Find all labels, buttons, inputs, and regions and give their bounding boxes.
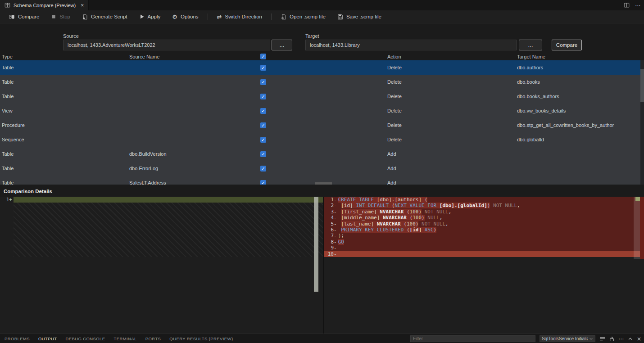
table-row[interactable]: Sequence✓Deletedbo.globalId [0, 132, 640, 147]
schema-diff-grid: TypeSource Name✓ActionTarget Name Table✓… [0, 53, 644, 185]
comparison-details-title: Comparison Details [4, 189, 52, 194]
diff-target-pane[interactable]: 1-CREATE TABLE [dbo].[authors] (2- [id] … [324, 197, 644, 334]
cell-action: Add [387, 180, 517, 185]
diff-line-marker: - [334, 209, 337, 215]
toolbar-button-label: Generate Script [91, 14, 127, 19]
panel-tab-problems[interactable]: PROBLEMS [5, 334, 30, 343]
tab-close-icon[interactable]: × [81, 2, 84, 9]
cell-type: Sequence [0, 137, 129, 142]
comparison-diff-editor: 1+ 1-CREATE TABLE [dbo].[authors] (2- [i… [0, 197, 644, 334]
open-scmp-button[interactable]: Open .scmp file [275, 13, 331, 21]
cell-source-name: SalesLT.Address [129, 180, 258, 185]
column-header-type[interactable]: Type [0, 54, 129, 59]
close-icon[interactable]: × [637, 336, 641, 342]
table-row[interactable]: Table✓Deletedbo.authors [0, 60, 640, 75]
chevron-up-icon[interactable] [628, 337, 633, 341]
code-line: PRIMARY KEY CLUSTERED ([id] ASC) [337, 227, 437, 233]
split-editor-icon[interactable] [624, 2, 630, 8]
column-header-source-name[interactable]: Source Name [129, 54, 258, 59]
cell-action: Delete [387, 79, 517, 85]
diff-line-marker: - [334, 245, 337, 251]
output-filter-input[interactable] [410, 335, 535, 342]
list-icon[interactable] [599, 336, 605, 341]
header-checkbox[interactable]: ✓ [260, 54, 266, 59]
cell-action: Delete [387, 122, 517, 128]
table-row[interactable]: Tabledbo.ErrorLog✓Add [0, 161, 640, 176]
diff-source-pane[interactable]: 1+ [0, 197, 323, 334]
include-checkbox[interactable]: ✓ [260, 79, 266, 85]
switch-icon: ⇄ [217, 14, 222, 20]
column-header-include[interactable]: ✓ [258, 54, 387, 59]
overview-ruler-deleted-mark [640, 197, 644, 259]
code-line: [last_name] NVARCHAR (100) NOT NULL, [337, 221, 449, 227]
panel-tab-query-results-preview-[interactable]: QUERY RESULTS (PREVIEW) [169, 334, 233, 343]
grid-horizontal-scrollbar[interactable] [315, 182, 332, 185]
apply-button[interactable]: Apply [133, 13, 167, 21]
diff-deleted-line: 4- [middle_name] NVARCHAR (100) NULL, [324, 215, 644, 221]
column-header-target-name[interactable]: Target Name [517, 54, 644, 59]
cell-action: Delete [387, 65, 517, 70]
target-browse-button[interactable]: … [519, 40, 542, 50]
output-channel-select[interactable]: SqlToolsService Initializ [540, 335, 595, 342]
panel-tab-ports[interactable]: PORTS [145, 334, 161, 343]
compare-run-button[interactable]: Compare [552, 40, 582, 50]
include-checkbox[interactable]: ✓ [260, 137, 266, 143]
panel-tab-terminal[interactable]: TERMINAL [114, 334, 137, 343]
editor-more-actions-icon[interactable]: ⋯ [635, 2, 640, 9]
compare-button[interactable]: Compare [3, 13, 45, 21]
save-scmp-button[interactable]: Save .scmp file [331, 13, 387, 21]
toolbar-button-label: Save .scmp file [346, 14, 381, 19]
toolbar-button-label: Switch Direction [225, 14, 262, 19]
source-input[interactable] [63, 40, 270, 50]
cell-target-name: dbo.globalId [517, 137, 640, 142]
table-row[interactable]: Table✓Deletedbo.books [0, 75, 640, 89]
diff-deleted-line: 10- [324, 251, 644, 257]
options-button[interactable]: ⚙Options [166, 13, 204, 21]
include-checkbox[interactable]: ✓ [260, 151, 266, 157]
tab-schema-compare[interactable]: Schema Compare (Preview) × [0, 0, 89, 10]
code-line: [middle_name] NVARCHAR (100) NULL, [337, 215, 443, 221]
panel-tab-output[interactable]: OUTPUT [38, 334, 57, 343]
source-browse-button[interactable]: … [272, 40, 292, 50]
cell-action: Add [387, 151, 517, 157]
table-row[interactable]: View✓Deletedbo.vw_books_details [0, 104, 640, 118]
diff-line-marker: - [334, 203, 337, 208]
stop-icon [51, 14, 56, 19]
table-row[interactable]: Table✓Deletedbo.books_authors [0, 89, 640, 104]
generate-script-button[interactable]: Generate Script [76, 13, 133, 21]
diff-deleted-line: 7-); [324, 233, 644, 239]
line-number: 7 [324, 233, 334, 239]
target-input[interactable] [305, 40, 517, 50]
grid-header-row: TypeSource Name✓ActionTarget Name [0, 53, 644, 60]
table-row[interactable]: Procedure✓Deletedbo.stp_get_all_cowritte… [0, 118, 640, 132]
diff-line-marker: - [334, 227, 337, 233]
diff-line-marker: - [334, 233, 337, 239]
include-checkbox[interactable]: ✓ [260, 166, 266, 172]
table-row[interactable]: Tabledbo.BuildVersion✓Add [0, 147, 640, 161]
editor-tab-bar: Schema Compare (Preview) × ⋯ [0, 0, 644, 10]
cell-type: View [0, 108, 129, 113]
code-line: ); [337, 233, 344, 239]
grid-vertical-scrollbar[interactable] [640, 60, 644, 185]
include-checkbox[interactable]: ✓ [260, 180, 266, 185]
column-header-action[interactable]: Action [387, 54, 517, 59]
ellipsis-icon[interactable]: ⋯ [618, 336, 624, 342]
diff-deleted-line: 6- PRIMARY KEY CLUSTERED ([id] ASC) [324, 227, 644, 233]
switch-direction-button[interactable]: ⇄Switch Direction [211, 13, 268, 21]
toolbar-button-label: Stop [59, 14, 70, 19]
toolbar-separator [208, 14, 208, 20]
cell-source-name: dbo.BuildVersion [129, 151, 258, 157]
gear-icon: ⚙ [172, 14, 177, 20]
include-checkbox[interactable]: ✓ [260, 94, 266, 99]
diff-left-scrollbar[interactable] [314, 197, 318, 292]
code-line [337, 245, 338, 251]
panel-tab-debug-console[interactable]: DEBUG CONSOLE [65, 334, 105, 343]
code-line: [id] INT DEFAULT (NEXT VALUE FOR [dbo].[… [337, 203, 520, 208]
cell-target-name: dbo.authors [517, 65, 640, 70]
diff-right-scrollbar[interactable] [634, 197, 640, 259]
include-checkbox[interactable]: ✓ [260, 65, 266, 71]
include-checkbox[interactable]: ✓ [260, 108, 266, 114]
include-checkbox[interactable]: ✓ [260, 122, 266, 128]
lock-icon[interactable] [609, 336, 614, 342]
diff-line-marker: - [334, 197, 337, 203]
